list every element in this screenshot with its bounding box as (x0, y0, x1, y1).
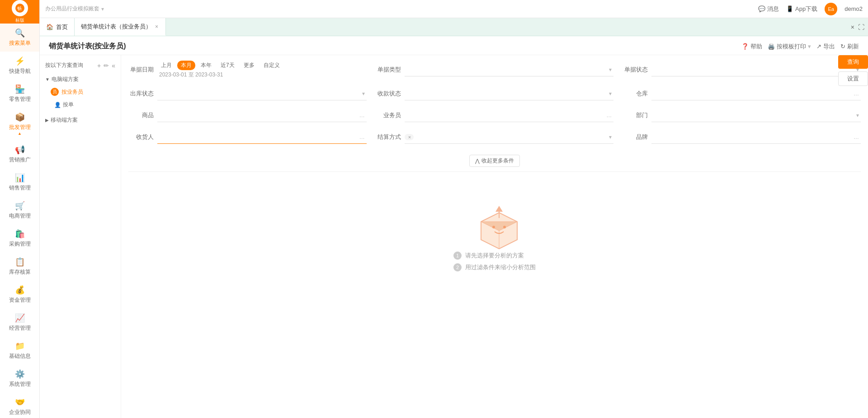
date-tab-more[interactable]: 更多 (240, 61, 258, 70)
out-status-field[interactable]: ▾ (157, 87, 367, 100)
sidebar-label-wholesale: 批发管理 (9, 124, 31, 131)
tab-close-all-icon[interactable]: × (851, 24, 854, 31)
brand-more-icon[interactable]: … (854, 134, 859, 140)
operation-icon: 📈 (15, 313, 25, 323)
help-button[interactable]: ❓ 帮助 (741, 43, 762, 51)
breadcrumb-dropdown-icon[interactable]: ▾ (101, 6, 104, 12)
salesman-more-icon[interactable]: … (606, 112, 612, 119)
edit-scheme-icon[interactable]: ✏ (104, 62, 109, 69)
settle-method-field[interactable]: × ▾ (405, 130, 614, 144)
sidebar-item-finance[interactable]: 💰 资金管理 (0, 280, 40, 309)
sidebar-item-basic[interactable]: 📁 基础信息 (0, 337, 40, 365)
add-scheme-icon[interactable]: + (97, 62, 101, 69)
marketing-icon: 📢 (15, 145, 25, 155)
receiver-more-icon[interactable]: … (359, 134, 365, 140)
settle-tag-clear-icon[interactable]: × (408, 134, 411, 140)
tab-close-button[interactable]: × (154, 23, 159, 31)
sidebar-item-retail[interactable]: 🏪 零售管理 (0, 80, 40, 108)
sidebar-item-search-menu[interactable]: 🔍 搜索菜单 (0, 24, 40, 52)
goods-field[interactable]: … (157, 109, 367, 122)
sidebar-label-quick-nav: 快捷导航 (9, 67, 31, 75)
date-tab-this-month[interactable]: 本月 (177, 61, 195, 70)
doc-status-field[interactable]: ▾ (651, 63, 861, 76)
tab-home[interactable]: 🏠 首页 (40, 18, 75, 36)
receiver-field[interactable]: … (157, 130, 367, 144)
brand-label: 品牌 (623, 133, 648, 141)
app-logo[interactable]: 畅 标版 (0, 0, 40, 24)
salesman-field[interactable]: … (405, 109, 614, 122)
filter-settle-method: 结算方式 × ▾ (376, 130, 614, 144)
desktop-group-arrow: ▼ (45, 77, 50, 82)
tip-1-num: 1 (453, 252, 462, 260)
receipt-status-dropdown-icon[interactable]: ▾ (609, 90, 612, 97)
doc-type-field[interactable]: ▾ (405, 63, 614, 76)
scheme-item-by-order[interactable]: 👤 按单 (40, 99, 121, 111)
date-tab-last-7-days[interactable]: 近7天 (217, 61, 238, 70)
department-field[interactable]: ▾ (651, 109, 861, 122)
by-order-label: 按单 (63, 101, 74, 109)
scheme-item-by-salesman[interactable]: 员 按业务员 (40, 85, 121, 99)
sidebar-label-ecommerce: 电商管理 (9, 212, 31, 220)
sidebar-label-enterprise: 企业协同 (9, 408, 31, 416)
sidebar-item-inventory[interactable]: 📋 库存核算 (0, 252, 40, 280)
filter-row-4: 收货人 … 结算方式 × ▾ (128, 130, 861, 148)
sidebar-item-wholesale[interactable]: 📦 批发管理 ▲ (0, 108, 40, 140)
department-dropdown-icon[interactable]: ▾ (856, 112, 859, 119)
logo-text: 标版 (15, 17, 24, 24)
setting-button[interactable]: 设置 (838, 71, 868, 86)
tab-fullscreen-icon[interactable]: ⛶ (858, 24, 864, 31)
date-field: 上月 本月 本年 近7天 更多 自定义 2023-03-01 至 2023-03… (157, 61, 367, 79)
collapse-panel-icon[interactable]: « (112, 62, 115, 69)
svg-point-8 (503, 226, 506, 228)
brand-field[interactable]: … (651, 130, 861, 144)
sidebar-item-operation[interactable]: 📈 经营管理 (0, 309, 40, 337)
warehouse-field[interactable]: … (651, 87, 861, 100)
empty-state: 1 请先选择要分析的方案 2 用过滤条件来缩小分析范围 (128, 172, 861, 299)
query-button[interactable]: 查询 (838, 55, 868, 69)
settle-method-tag[interactable]: × (405, 134, 414, 140)
scheme-group-desktop-title[interactable]: ▼ 电脑端方案 (40, 74, 121, 85)
message-label: 消息 (767, 5, 779, 13)
doc-status-label: 单据状态 (623, 66, 648, 74)
out-status-dropdown-icon[interactable]: ▾ (362, 90, 365, 97)
by-salesman-icon: 员 (51, 88, 59, 96)
salesman-label: 业务员 (376, 111, 401, 119)
print-button[interactable]: 🖨️ 按模板打印 ▾ (768, 43, 811, 51)
warehouse-more-icon[interactable]: … (854, 90, 859, 97)
sidebar-item-system[interactable]: ⚙️ 系统管理 (0, 365, 40, 393)
sidebar-label-system: 系统管理 (9, 380, 31, 388)
left-panel: 按以下方案查询 + ✏ « ▼ 电脑端方案 员 按业务员 (40, 55, 121, 418)
inventory-icon: 📋 (15, 257, 25, 267)
message-button[interactable]: 💬 消息 (758, 5, 779, 13)
filter-department: 部门 ▾ (623, 109, 861, 122)
tab-sales-stat[interactable]: 销货单统计表（按业务员） × (75, 18, 166, 36)
by-salesman-label: 按业务员 (61, 88, 83, 96)
sidebar-item-enterprise[interactable]: 🤝 企业协同 (0, 393, 40, 418)
sidebar-item-purchase[interactable]: 🛍️ 采购管理 (0, 224, 40, 252)
sales-icon: 📊 (15, 173, 25, 183)
enterprise-icon: 🤝 (15, 397, 25, 407)
sidebar-item-quick-nav[interactable]: ⚡ 快捷导航 (0, 52, 40, 80)
topbar-right: 💬 消息 📱 App下载 Ea demo2 (758, 3, 863, 15)
user-avatar[interactable]: Ea (825, 3, 837, 15)
app-download-button[interactable]: 📱 App下载 (786, 5, 817, 13)
page-title: 销货单统计表(按业务员) (49, 42, 126, 51)
empty-tip-2: 2 用过滤条件来缩小分析范围 (453, 263, 536, 271)
sidebar-item-marketing[interactable]: 📢 营销推广 (0, 140, 40, 168)
user-name[interactable]: demo2 (844, 5, 863, 12)
settle-dropdown-icon[interactable]: ▾ (609, 134, 612, 140)
receipt-status-field[interactable]: ▾ (405, 87, 614, 100)
export-button[interactable]: ↗ 导出 (816, 43, 835, 51)
refresh-button[interactable]: ↻ 刷新 (840, 43, 859, 51)
scheme-group-mobile-title[interactable]: ▶ 移动端方案 (40, 114, 121, 126)
date-tab-this-year[interactable]: 本年 (197, 61, 215, 70)
sidebar-item-ecommerce[interactable]: 🛒 电商管理 (0, 196, 40, 224)
date-tab-last-month[interactable]: 上月 (157, 61, 175, 70)
date-tab-custom[interactable]: 自定义 (260, 61, 283, 70)
collapse-button[interactable]: ⋀ 收起更多条件 (469, 155, 520, 167)
goods-more-icon[interactable]: … (359, 112, 365, 119)
sidebar-item-sales[interactable]: 📊 销售管理 (0, 168, 40, 196)
doc-type-dropdown-icon[interactable]: ▾ (609, 66, 612, 73)
tabbar-actions: × ⛶ (847, 18, 868, 36)
refresh-label: 刷新 (847, 43, 859, 51)
